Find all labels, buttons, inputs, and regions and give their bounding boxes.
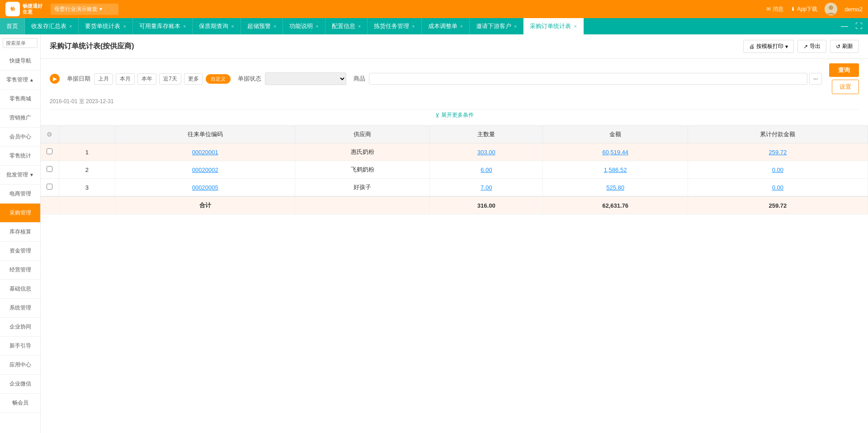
- maximize-icon[interactable]: ⛶: [854, 20, 864, 32]
- row-main-qty[interactable]: 6.00: [430, 161, 543, 179]
- content-area: 采购订单统计表(按供应商) 🖨 按模板打印 ▾ ↗ 导出 ↺ 刷新: [41, 34, 868, 433]
- date-btn-this-month[interactable]: 本月: [116, 73, 135, 85]
- row-supplier-name: 飞鹤奶粉: [295, 161, 430, 179]
- sidebar-item-app-center[interactable]: 应用中心: [0, 356, 40, 375]
- filter-actions: 查询 设置: [829, 63, 859, 94]
- row-supplier-code[interactable]: 00020002: [115, 161, 295, 179]
- tab-function-desc[interactable]: 功能说明 ×: [283, 18, 325, 34]
- sidebar-item-marketing[interactable]: 营销推广: [0, 109, 40, 128]
- sidebar-item-system[interactable]: 系统管理: [0, 299, 40, 318]
- sidebar-item-inventory[interactable]: 库存核算: [0, 223, 40, 242]
- expand-button[interactable]: ⊻ 展开更多条件: [435, 111, 474, 119]
- table-row: 1 00020001 惠氏奶粉 303.00 60,519.44 259.72: [41, 143, 868, 161]
- date-label: 单据日期: [67, 75, 90, 83]
- row-main-qty[interactable]: 7.00: [430, 179, 543, 197]
- close-icon[interactable]: ×: [514, 24, 517, 29]
- close-icon[interactable]: ×: [358, 24, 361, 29]
- sidebar-item-vip[interactable]: 畅会员: [0, 394, 40, 413]
- row-amount[interactable]: 525.80: [543, 179, 688, 197]
- sidebar-item-ecommerce[interactable]: 电商管理: [0, 185, 40, 204]
- print-button[interactable]: 🖨 按模板打印 ▾: [743, 40, 794, 53]
- tab-invite-downstream[interactable]: 邀请下游客户 ×: [470, 18, 524, 34]
- date-btn-custom[interactable]: 自定义: [206, 74, 231, 84]
- date-buttons: 上月 本月 本年 近7天 更多 自定义: [94, 73, 231, 85]
- row-paid-amount[interactable]: 259.72: [688, 143, 868, 161]
- settings-button[interactable]: 设置: [832, 80, 859, 94]
- date-filter-group: 单据日期 上月 本月 本年 近7天 更多 自定义: [67, 73, 231, 85]
- expand-icon: ▲: [29, 77, 34, 82]
- row-checkbox[interactable]: [41, 143, 59, 161]
- row-main-qty[interactable]: 303.00: [430, 143, 543, 161]
- workspace-selector[interactable]: 母婴行业演示账套 ▾: [51, 4, 118, 15]
- close-icon[interactable]: ×: [231, 24, 234, 29]
- sidebar-item-purchase[interactable]: 采购管理: [0, 204, 40, 223]
- date-btn-this-year[interactable]: 本年: [137, 73, 156, 85]
- sidebar-item-retail[interactable]: 零售管理 ▲: [0, 71, 40, 90]
- logo-icon: 畅: [5, 2, 20, 16]
- date-btn-more[interactable]: 更多: [184, 73, 203, 85]
- filter-row-2: 2016-01-01 至 2023-12-31: [50, 98, 859, 105]
- sidebar-item-enterprise-wx[interactable]: 企业微信: [0, 375, 40, 394]
- close-icon[interactable]: ×: [316, 24, 318, 29]
- toggle-filter-button[interactable]: ▶: [50, 74, 60, 84]
- data-table: ⚙ 往来单位编码 供应商 主数量 金额 累计付款金额 1 00020001 惠氏…: [41, 126, 868, 214]
- row-supplier-code[interactable]: 00020001: [115, 143, 295, 161]
- sidebar-item-finance[interactable]: 资金管理: [0, 242, 40, 261]
- tab-receipt-summary[interactable]: 收发存汇总表 ×: [25, 18, 79, 34]
- row-amount[interactable]: 60,519.44: [543, 143, 688, 161]
- sidebar-item-retail-stats[interactable]: 零售统计: [0, 147, 40, 166]
- refresh-button[interactable]: ↺ 刷新: [830, 40, 859, 53]
- tab-warranty-query[interactable]: 保质期查询 ×: [193, 18, 241, 34]
- goods-ellipsis-button[interactable]: ···: [809, 73, 822, 85]
- tab-home[interactable]: 首页: [0, 18, 25, 34]
- tab-pick-task[interactable]: 拣货任务管理 ×: [368, 18, 421, 34]
- tab-purchase-summary[interactable]: 采购订单统计表 ×: [524, 18, 583, 34]
- status-select[interactable]: [265, 72, 346, 85]
- query-button[interactable]: 查询: [829, 63, 859, 77]
- minimize-icon[interactable]: —: [839, 20, 850, 32]
- gear-icon[interactable]: ⚙: [47, 131, 52, 138]
- tab-cost-adjust[interactable]: 成本调整单 ×: [422, 18, 470, 34]
- footer-row-num: [59, 196, 115, 214]
- table-header-row: ⚙ 往来单位编码 供应商 主数量 金额 累计付款金额: [41, 126, 868, 143]
- close-icon[interactable]: ×: [574, 24, 576, 29]
- row-checkbox[interactable]: [41, 179, 59, 197]
- message-icon: ✉: [766, 6, 771, 12]
- export-button[interactable]: ↗ 导出: [797, 40, 826, 53]
- date-btn-last-month[interactable]: 上月: [94, 73, 113, 85]
- row-num: 1: [59, 143, 115, 161]
- goods-input[interactable]: [369, 73, 807, 85]
- message-button[interactable]: ✉ 消息: [766, 5, 783, 13]
- row-amount[interactable]: 1,586.52: [543, 161, 688, 179]
- tab-inventory-ledger[interactable]: 可用量库存账本 ×: [133, 18, 193, 34]
- avatar: [825, 3, 837, 15]
- refresh-icon: ↺: [836, 43, 840, 50]
- sidebar-item-base-info[interactable]: 基础信息: [0, 280, 40, 299]
- sidebar-item-operations[interactable]: 经营管理: [0, 261, 40, 280]
- close-icon[interactable]: ×: [183, 24, 186, 29]
- nav-tab-end: — ⛶: [839, 20, 868, 32]
- sidebar-item-retail-mall[interactable]: 零售商城: [0, 90, 40, 109]
- sidebar-item-enterprise[interactable]: 企业协同: [0, 318, 40, 337]
- tab-overstock-warning[interactable]: 超储预警 ×: [241, 18, 283, 34]
- row-supplier-code[interactable]: 00020005: [115, 179, 295, 197]
- close-icon[interactable]: ×: [412, 24, 415, 29]
- date-btn-7days[interactable]: 近7天: [159, 73, 181, 85]
- user-name[interactable]: demo2: [844, 6, 863, 13]
- tab-config-info[interactable]: 配置信息 ×: [326, 18, 368, 34]
- tab-order-summary[interactable]: 要货单统计表 ×: [79, 18, 132, 34]
- sidebar-item-new-guide[interactable]: 新手引导: [0, 337, 40, 356]
- sidebar-item-wholesale[interactable]: 批发管理 ▼: [0, 166, 40, 185]
- row-checkbox[interactable]: [41, 161, 59, 179]
- row-paid-amount[interactable]: 0.00: [688, 161, 868, 179]
- th-main-qty: 主数量: [430, 126, 543, 143]
- close-icon[interactable]: ×: [69, 24, 72, 29]
- app-download-button[interactable]: ⬇ App下载: [791, 5, 817, 13]
- sidebar-item-quick-nav[interactable]: 快捷导航: [0, 52, 40, 71]
- search-input[interactable]: [3, 38, 38, 48]
- close-icon[interactable]: ×: [274, 24, 276, 29]
- sidebar-item-member[interactable]: 会员中心: [0, 128, 40, 147]
- row-paid-amount[interactable]: 0.00: [688, 179, 868, 197]
- close-icon[interactable]: ×: [460, 24, 463, 29]
- close-icon[interactable]: ×: [123, 24, 126, 29]
